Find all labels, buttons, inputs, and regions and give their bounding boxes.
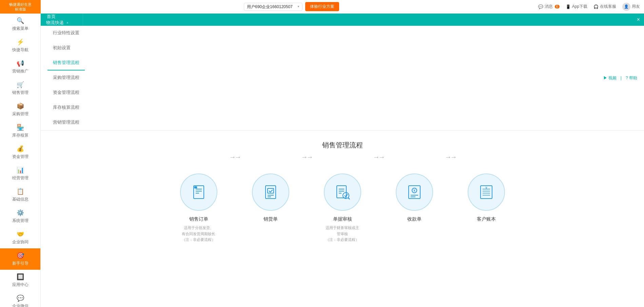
sidebar-icon-quick: ⚡ xyxy=(17,38,24,46)
sidebar-icon-app_center: 🔲 xyxy=(17,273,24,281)
nav-tab-close-logistics[interactable]: × xyxy=(66,21,69,25)
flow-arrow-3: →→ xyxy=(445,153,456,161)
flow-container: 销售订单 适用于分批发货、有合同发货周期较长（注：非必要流程） →→ 销货单 →… xyxy=(47,167,637,250)
app-download-item[interactable]: 📱 App下载 xyxy=(566,4,587,9)
sidebar-label-sales: 销售管理 xyxy=(12,90,28,96)
logo-area: 畅捷通好生意 标准版 xyxy=(0,0,41,14)
user-item[interactable]: 👤 用友 xyxy=(622,3,640,11)
sidebar-label-purchase: 采购管理 xyxy=(12,111,28,117)
sidebar-item-search[interactable]: 🔍搜索菜单 xyxy=(0,14,40,35)
avatar: 👤 xyxy=(622,3,630,11)
flow-arrow-1: →→ xyxy=(301,153,312,161)
sidebar-item-enterprise_coop[interactable]: 🤝企业协同 xyxy=(0,227,40,248)
sidebar-icon-inventory: 🏪 xyxy=(17,124,24,131)
nav-tabs-container: 首页物流快递×在线支付×账号×邀请下游客户×往来期初×初始设置× xyxy=(41,14,83,26)
sidebar-icon-operation: 📊 xyxy=(17,166,24,174)
sidebar-item-app_center[interactable]: 🔲应用中心 xyxy=(0,270,40,291)
sidebar-item-operation[interactable]: 📊经营管理 xyxy=(0,163,40,184)
sidebar-label-newbie: 新手引导 xyxy=(12,261,28,266)
trial-button[interactable]: 体验行业方案 xyxy=(305,2,339,11)
question-icon: ? xyxy=(626,76,628,80)
sub-tab-purchase_flow[interactable]: 采购管理流程 xyxy=(47,70,85,85)
nav-tab-logistics[interactable]: 物流快递× xyxy=(41,20,83,26)
flow-circle-audit xyxy=(324,173,361,211)
message-icon-item[interactable]: 💬 消息 6 xyxy=(538,4,560,9)
svg-rect-6 xyxy=(268,188,274,193)
flow-step-title-collection: 收款单 xyxy=(407,216,422,222)
page-title: 销售管理流程 xyxy=(47,141,637,150)
sub-tab-inventory_flow[interactable]: 库存核算流程 xyxy=(47,100,85,115)
sidebar: 🔍搜索菜单⚡快捷导航📢营销推广🛒销售管理📦采购管理🏪库存核算💰资金管理📊经营管理… xyxy=(0,0,41,307)
top-bar: 用户690企业1660120507 体验行业方案 💬 消息 6 📱 App下载 … xyxy=(0,0,644,14)
top-bar-right: 💬 消息 6 📱 App下载 🎧 在线客服 👤 用友 xyxy=(538,3,640,11)
main-content: 销售管理流程 销售订单 适用于分批发货、有合同发货周期较长（注：非必要流程） →… xyxy=(41,130,644,260)
svg-text:¥: ¥ xyxy=(485,186,487,189)
sub-tab-industry[interactable]: 行业特性设置 xyxy=(47,26,85,41)
sidebar-label-app_center: 应用中心 xyxy=(12,282,28,288)
sub-tab-init_settings[interactable]: 初始设置 xyxy=(47,41,85,56)
user-select[interactable]: 用户690企业1660120507 xyxy=(244,3,303,11)
sidebar-icon-purchase: 📦 xyxy=(17,102,24,110)
play-icon: ▶ xyxy=(603,76,607,80)
sidebar-label-marketing: 营销推广 xyxy=(12,68,28,74)
sidebar-icon-search: 🔍 xyxy=(17,17,24,24)
sidebar-item-enterprise_wechat[interactable]: 💬企业微信 xyxy=(0,291,40,307)
help-link[interactable]: ? 帮助 xyxy=(626,75,637,81)
sidebar-item-fund[interactable]: 💰资金管理 xyxy=(0,142,40,163)
sub-tab-fund_flow[interactable]: 资金管理流程 xyxy=(47,85,85,100)
video-link[interactable]: ▶ 视频 xyxy=(603,75,617,81)
user-select-wrap[interactable]: 用户690企业1660120507 xyxy=(244,3,303,11)
flow-step-customer_account: ¥ 客户账本 xyxy=(456,173,517,225)
divider-pipe: | xyxy=(621,76,622,80)
sidebar-item-system[interactable]: ⚙️系统管理 xyxy=(0,206,40,227)
nav-tabs-close-btn[interactable]: × xyxy=(633,14,644,26)
nav-tabs-bar: 首页物流快递×在线支付×账号×邀请下游客户×往来期初×初始设置× × xyxy=(41,14,644,26)
sidebar-icon-newbie: 🎯 xyxy=(17,252,24,259)
flow-step-collection: ¥ 收款单 xyxy=(384,173,445,225)
flow-step-desc-audit: 适用于财务审核或主管审核（注：非必要流程） xyxy=(326,225,359,243)
flow-steps-container: 销售订单 适用于分批发货、有合同发货周期较长（注：非必要流程） →→ 销货单 →… xyxy=(168,173,517,243)
nav-tab-label-logistics: 物流快递 xyxy=(46,20,64,26)
sub-tab-marketing_flow[interactable]: 营销管理流程 xyxy=(47,115,85,130)
flow-step-title-audit: 单据审核 xyxy=(333,216,352,222)
phone-icon: 📱 xyxy=(566,4,571,9)
sub-tabs-container: 行业特性设置初始设置销售管理流程采购管理流程资金管理流程库存核算流程营销管理流程 xyxy=(47,26,85,130)
sidebar-item-basic[interactable]: 📋基础信息 xyxy=(0,184,40,206)
flow-circle-collection: ¥ xyxy=(396,173,433,211)
sidebar-label-system: 系统管理 xyxy=(12,218,28,224)
sidebar-label-operation: 经营管理 xyxy=(12,175,28,181)
sidebar-item-newbie[interactable]: 🎯新手引导 xyxy=(0,248,40,270)
flow-step-audit: 单据审核 适用于财务审核或主管审核（注：非必要流程） xyxy=(312,173,373,243)
flow-circle-customer_account: ¥ xyxy=(468,173,505,211)
sidebar-label-basic: 基础信息 xyxy=(12,197,28,202)
sidebar-item-purchase[interactable]: 📦采购管理 xyxy=(0,99,40,120)
flow-step-title-customer_account: 客户账本 xyxy=(477,216,496,222)
sidebar-label-inventory: 库存核算 xyxy=(12,132,28,138)
sub-tab-sales_flow[interactable]: 销售管理流程 xyxy=(47,56,85,70)
sub-tabs-right: ▶ 视频 | ? 帮助 xyxy=(603,75,638,81)
sidebar-icon-enterprise_wechat: 💬 xyxy=(17,294,24,302)
flow-circle-delivery xyxy=(252,173,289,211)
flow-arrow-2: →→ xyxy=(373,153,384,161)
sidebar-label-fund: 资金管理 xyxy=(12,154,28,160)
sidebar-label-quick: 快捷导航 xyxy=(12,47,28,53)
sidebar-item-marketing[interactable]: 📢营销推广 xyxy=(0,56,40,78)
flow-circle-sales_order xyxy=(180,173,217,211)
sidebar-item-sales[interactable]: 🛒销售管理 xyxy=(0,78,40,99)
flow-step-title-delivery: 销货单 xyxy=(264,216,278,222)
nav-tab-home[interactable]: 首页 xyxy=(41,14,83,20)
sidebar-item-inventory[interactable]: 🏪库存核算 xyxy=(0,120,40,142)
online-service-item[interactable]: 🎧 在线客服 xyxy=(593,4,616,9)
sidebar-icon-marketing: 📢 xyxy=(17,60,24,67)
logo-text: 畅捷通好生意 标准版 xyxy=(9,2,32,12)
sidebar-item-quick[interactable]: ⚡快捷导航 xyxy=(0,35,40,56)
sidebar-icon-enterprise_coop: 🤝 xyxy=(17,230,24,238)
flow-step-desc-sales_order: 适用于分批发货、有合同发货周期较长（注：非必要流程） xyxy=(182,225,215,243)
sidebar-label-enterprise_wechat: 企业微信 xyxy=(12,303,28,307)
svg-rect-4 xyxy=(194,186,197,188)
nav-tab-label-home: 首页 xyxy=(47,14,56,20)
flow-step-title-sales_order: 销售订单 xyxy=(189,216,208,222)
top-bar-left: 用户690企业1660120507 体验行业方案 xyxy=(244,2,339,11)
sidebar-icon-basic: 📋 xyxy=(17,188,24,195)
sidebar-icon-system: ⚙️ xyxy=(17,209,24,217)
